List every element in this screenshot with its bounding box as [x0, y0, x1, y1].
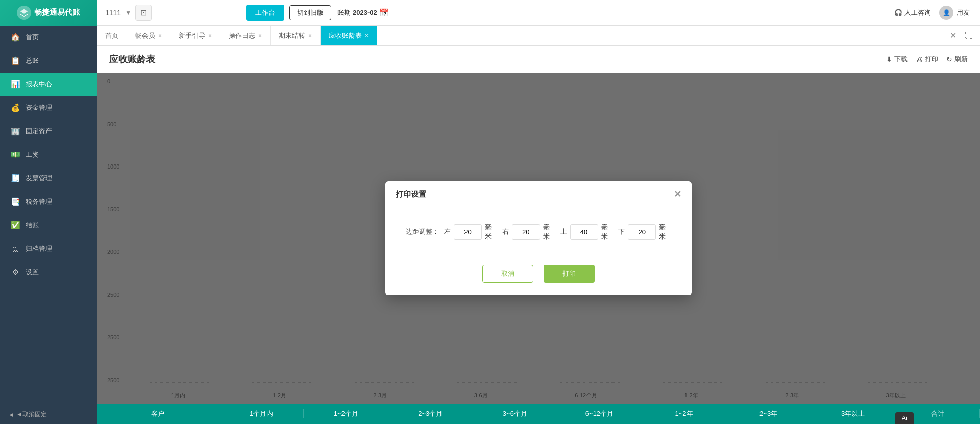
margin-bottom-input[interactable] [628, 224, 656, 240]
tab-period-end[interactable]: 期末结转 × [271, 26, 321, 45]
sidebar-label-reports: 报表中心 [26, 80, 52, 89]
modal-title: 打印设置 [396, 190, 426, 199]
print-dialog: 打印设置 ✕ 边距调整： 左 毫米 [385, 181, 692, 295]
top-header: 畅捷通易代账 1111 ▼ ⊡ 工作台 切到旧版 账期 2023-02 📅 🎧 … [0, 0, 980, 26]
switch-version-button[interactable]: 切到旧版 [289, 5, 331, 20]
confirm-print-button[interactable]: 打印 [544, 265, 595, 283]
logo-area: 畅捷通易代账 [0, 0, 97, 26]
print-label: 打印 [925, 55, 938, 64]
calendar-icon[interactable]: 📅 [379, 8, 389, 17]
tab-aging-close[interactable]: × [365, 32, 369, 39]
sidebar-item-assets[interactable]: 🏢 固定资产 [0, 120, 97, 143]
tab-aging[interactable]: 应收账龄表 × [321, 26, 377, 45]
workbench-button[interactable]: 工作台 [246, 5, 284, 21]
margin-form-row: 边距调整： 左 毫米 右 毫米 [406, 223, 671, 241]
sidebar-item-checkout[interactable]: ✅ 结账 [0, 214, 97, 237]
sidebar-scroll: 🏠 首页 📋 总账 📊 报表中心 💰 资金管理 🏢 固定资产 💵 工资 [0, 26, 97, 405]
salary-icon: 💵 [10, 150, 20, 160]
refresh-icon: ↻ [946, 55, 952, 63]
sidebar-item-reports[interactable]: 📊 报表中心 [0, 73, 97, 96]
period-value: 2023-02 [353, 9, 377, 16]
header-right: 🎧 人工咨询 👤 用友 [894, 6, 980, 20]
tab-member[interactable]: 畅会员 × [127, 26, 170, 45]
download-button[interactable]: ⬇ 下载 [886, 55, 908, 64]
company-dropdown-icon[interactable]: ▼ [125, 9, 131, 16]
left-unit: 毫米 [485, 223, 497, 241]
consulting-label: 人工咨询 [904, 8, 931, 17]
tab-aging-label: 应收账龄表 [329, 31, 362, 40]
th-customer: 客户 [97, 409, 219, 418]
margin-top-input[interactable] [570, 224, 598, 240]
sidebar-item-tax[interactable]: 📑 税务管理 [0, 190, 97, 214]
assets-icon: 🏢 [10, 126, 20, 136]
margin-bottom-group: 下 毫米 [618, 223, 671, 241]
ai-badge[interactable]: Ai [895, 412, 914, 424]
th-23y: 2~3年 [726, 409, 811, 418]
logo-text: 畅捷通易代账 [34, 8, 80, 17]
consulting-button[interactable]: 🎧 人工咨询 [894, 8, 931, 17]
sidebar-item-settings[interactable]: ⚙ 设置 [0, 261, 97, 284]
modal-body: 边距调整： 左 毫米 右 毫米 [385, 207, 692, 256]
sidebar-item-invoice[interactable]: 🧾 发票管理 [0, 167, 97, 190]
sidebar-item-finance[interactable]: 💰 资金管理 [0, 96, 97, 120]
copy-button[interactable]: ⊡ [135, 5, 152, 21]
tab-guide[interactable]: 新手引导 × [170, 26, 220, 45]
sidebar-item-salary[interactable]: 💵 工资 [0, 143, 97, 167]
tab-guide-label: 新手引导 [179, 31, 205, 40]
margin-left-group: 左 毫米 [444, 223, 497, 241]
sidebar-collapse-button[interactable]: ◄ ◄取消固定 [0, 405, 97, 424]
th-3y: 3年以上 [811, 409, 896, 418]
ledger-icon: 📋 [10, 56, 20, 66]
archive-icon: 🗂 [10, 244, 20, 254]
th-1m: 1个月内 [219, 409, 304, 418]
sidebar-item-home[interactable]: 🏠 首页 [0, 26, 97, 49]
sidebar-label-tax: 税务管理 [26, 197, 52, 206]
tab-expand-button[interactable]: ⛶ [963, 29, 975, 42]
margin-top-group: 上 毫米 [560, 223, 614, 241]
tab-member-close[interactable]: × [158, 32, 162, 39]
tab-log-close[interactable]: × [258, 32, 262, 39]
reports-icon: 📊 [10, 79, 20, 89]
tab-period-end-close[interactable]: × [308, 32, 312, 39]
tab-period-end-label: 期末结转 [279, 31, 305, 40]
page-actions: ⬇ 下载 🖨 打印 ↻ 刷新 [886, 55, 968, 64]
period-label: 账期 [337, 8, 351, 17]
tab-log[interactable]: 操作日志 × [220, 26, 271, 45]
margin-left-input[interactable] [454, 224, 482, 240]
table-header: 客户 1个月内 1~2个月 2~3个月 3~6个月 6~12个月 1~2年 2~… [97, 404, 980, 424]
sidebar-label-archive: 归档管理 [26, 244, 52, 253]
modal-close-button[interactable]: ✕ [674, 189, 681, 200]
th-23m: 2~3个月 [388, 409, 473, 418]
sidebar-item-ledger[interactable]: 📋 总账 [0, 49, 97, 73]
bottom-unit: 毫米 [659, 223, 671, 241]
period-area: 账期 2023-02 📅 [337, 8, 389, 17]
tab-close-all-button[interactable]: ✕ [948, 29, 959, 42]
margin-right-group: 右 毫米 [502, 223, 555, 241]
refresh-label: 刷新 [954, 55, 968, 64]
print-button[interactable]: 🖨 打印 [916, 55, 938, 64]
download-icon: ⬇ [886, 55, 892, 63]
th-12m: 1~2个月 [304, 409, 388, 418]
user-area[interactable]: 👤 用友 [939, 6, 970, 20]
cancel-button[interactable]: 取消 [482, 265, 533, 283]
th-36m: 3~6个月 [473, 409, 558, 418]
tab-spacer [377, 26, 943, 45]
margin-right-input[interactable] [512, 224, 540, 240]
margin-label: 边距调整： [406, 227, 439, 237]
tab-actions: ✕ ⛶ [943, 26, 980, 45]
modal-header: 打印设置 ✕ [385, 181, 692, 207]
invoice-icon: 🧾 [10, 173, 20, 183]
tab-guide-close[interactable]: × [208, 32, 212, 39]
tab-home-label: 首页 [105, 31, 118, 40]
ai-badge-label: Ai [901, 414, 908, 422]
sidebar-label-salary: 工资 [26, 150, 39, 159]
sidebar-label-assets: 固定资产 [26, 127, 52, 136]
tax-icon: 📑 [10, 197, 20, 207]
sidebar-item-archive[interactable]: 🗂 归档管理 [0, 237, 97, 261]
user-label: 用友 [957, 8, 970, 17]
tab-home[interactable]: 首页 [97, 26, 127, 45]
refresh-button[interactable]: ↻ 刷新 [946, 55, 968, 64]
bottom-label: 下 [618, 227, 625, 237]
top-label: 上 [560, 227, 567, 237]
tab-bar: 首页 畅会员 × 新手引导 × 操作日志 × 期末结转 × 应收账龄表 × [97, 26, 980, 46]
